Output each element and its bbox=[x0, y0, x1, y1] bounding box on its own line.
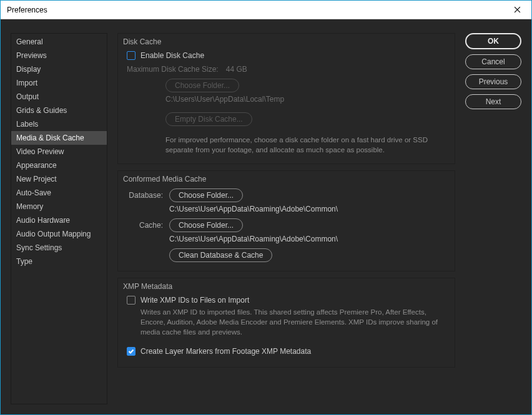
sidebar-item-video-preview[interactable]: Video Preview bbox=[11, 145, 107, 159]
conformed-media-cache-panel: Conformed Media Cache Database: Choose F… bbox=[117, 170, 455, 271]
sidebar-item-label: Previews bbox=[16, 51, 47, 60]
enable-disk-cache-row: Enable Disk Cache bbox=[127, 51, 446, 60]
write-xmp-label: Write XMP IDs to Files on Import bbox=[140, 296, 249, 305]
sidebar-item-general[interactable]: General bbox=[11, 35, 107, 49]
sidebar-item-label: General bbox=[16, 37, 43, 46]
previous-button[interactable]: Previous bbox=[465, 74, 521, 89]
sidebar-item-display[interactable]: Display bbox=[11, 62, 107, 76]
close-icon bbox=[514, 6, 521, 14]
sidebar-item-output[interactable]: Output bbox=[11, 90, 107, 104]
xmp-title: XMP Metadata bbox=[123, 282, 446, 291]
disk-cache-advice: For improved performance, choose a disk … bbox=[165, 135, 446, 155]
dialog-body: General Previews Display Import Output G… bbox=[1, 19, 531, 414]
sidebar-item-label: Output bbox=[16, 92, 39, 101]
cache-choose-folder-button[interactable]: Choose Folder... bbox=[169, 218, 243, 232]
sidebar-item-label: Audio Hardware bbox=[16, 216, 70, 225]
sidebar-item-label: Audio Output Mapping bbox=[16, 230, 91, 238]
sidebar-item-sync-settings[interactable]: Sync Settings bbox=[11, 241, 107, 255]
sidebar-item-type[interactable]: Type bbox=[11, 255, 107, 268]
max-cache-size-value: 44 GB bbox=[226, 65, 247, 74]
main-panel: Disk Cache Enable Disk Cache Maximum Dis… bbox=[117, 33, 455, 404]
enable-disk-cache-checkbox[interactable] bbox=[127, 51, 135, 60]
sidebar: General Previews Display Import Output G… bbox=[11, 33, 107, 404]
sidebar-item-label: Labels bbox=[16, 120, 38, 129]
titlebar: Preferences bbox=[1, 1, 531, 19]
sidebar-item-label: Media & Disk Cache bbox=[16, 134, 84, 142]
disk-cache-folder-path: C:\Users\User\AppData\Local\Temp bbox=[165, 95, 446, 104]
preferences-window: Preferences General Previews Display Imp… bbox=[0, 0, 532, 415]
sidebar-item-auto-save[interactable]: Auto-Save bbox=[11, 186, 107, 200]
sidebar-item-label: Video Preview bbox=[16, 147, 64, 156]
create-layer-markers-checkbox[interactable] bbox=[127, 347, 135, 356]
write-xmp-checkbox[interactable] bbox=[127, 296, 135, 305]
empty-disk-cache-button[interactable]: Empty Disk Cache... bbox=[165, 112, 252, 126]
sidebar-item-import[interactable]: Import bbox=[11, 76, 107, 90]
write-xmp-description: Writes an XMP ID to imported files. This… bbox=[140, 307, 446, 337]
database-choose-folder-button[interactable]: Choose Folder... bbox=[169, 188, 243, 202]
database-label: Database: bbox=[127, 191, 163, 200]
enable-disk-cache-label: Enable Disk Cache bbox=[140, 51, 204, 60]
sidebar-item-label: Type bbox=[16, 257, 32, 266]
max-cache-size-label: Maximum Disk Cache Size: bbox=[127, 65, 219, 74]
sidebar-item-memory[interactable]: Memory bbox=[11, 200, 107, 213]
disk-cache-title: Disk Cache bbox=[123, 37, 446, 46]
window-title: Preferences bbox=[7, 6, 47, 14]
clean-database-cache-button[interactable]: Clean Database & Cache bbox=[169, 248, 272, 262]
disk-cache-panel: Disk Cache Enable Disk Cache Maximum Dis… bbox=[117, 33, 455, 164]
sidebar-item-label: New Project bbox=[16, 175, 57, 183]
sidebar-item-appearance[interactable]: Appearance bbox=[11, 159, 107, 172]
action-buttons: OK Cancel Previous Next bbox=[465, 33, 521, 404]
sidebar-item-label: Memory bbox=[16, 202, 43, 211]
sidebar-item-new-project[interactable]: New Project bbox=[11, 172, 107, 186]
sidebar-item-audio-output-mapping[interactable]: Audio Output Mapping bbox=[11, 227, 107, 241]
sidebar-item-label: Appearance bbox=[16, 161, 57, 170]
conformed-title: Conformed Media Cache bbox=[123, 175, 446, 183]
disk-cache-choose-folder-button[interactable]: Choose Folder... bbox=[165, 79, 239, 92]
sidebar-item-label: Display bbox=[16, 65, 41, 74]
xmp-metadata-panel: XMP Metadata Write XMP IDs to Files on I… bbox=[117, 278, 455, 368]
database-path: C:\Users\User\AppData\Roaming\Adobe\Comm… bbox=[169, 205, 446, 213]
sidebar-item-previews[interactable]: Previews bbox=[11, 49, 107, 62]
sidebar-item-label: Sync Settings bbox=[16, 243, 62, 252]
cancel-button[interactable]: Cancel bbox=[465, 54, 521, 69]
sidebar-item-grids-guides[interactable]: Grids & Guides bbox=[11, 104, 107, 117]
sidebar-item-label: Import bbox=[16, 79, 37, 87]
ok-button[interactable]: OK bbox=[465, 33, 521, 49]
sidebar-item-label: Grids & Guides bbox=[16, 106, 67, 115]
sidebar-item-audio-hardware[interactable]: Audio Hardware bbox=[11, 213, 107, 227]
sidebar-item-media-disk-cache[interactable]: Media & Disk Cache bbox=[11, 131, 107, 145]
close-button[interactable] bbox=[508, 1, 526, 19]
next-button[interactable]: Next bbox=[465, 94, 521, 109]
cache-path: C:\Users\User\AppData\Roaming\Adobe\Comm… bbox=[169, 235, 446, 243]
sidebar-item-labels[interactable]: Labels bbox=[11, 117, 107, 131]
create-layer-markers-label: Create Layer Markers from Footage XMP Me… bbox=[140, 347, 311, 356]
cache-label: Cache: bbox=[127, 221, 163, 230]
sidebar-item-label: Auto-Save bbox=[16, 188, 51, 197]
